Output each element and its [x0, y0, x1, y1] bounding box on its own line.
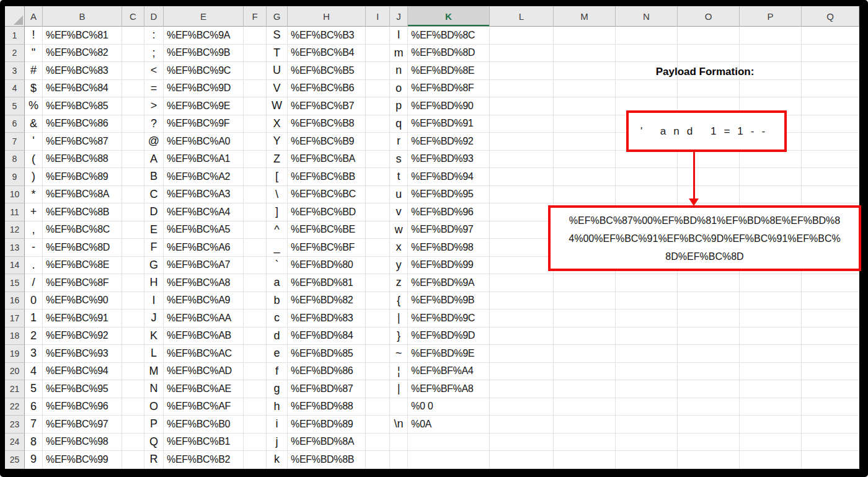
cell-D15[interactable]: H [144, 274, 164, 292]
cell-M21[interactable] [554, 380, 616, 398]
cell-G20[interactable]: f [267, 363, 288, 381]
column-header-P[interactable]: P [740, 6, 802, 27]
cell-M4[interactable] [554, 80, 616, 98]
cell-G22[interactable]: h [267, 398, 288, 416]
cell-C24[interactable] [122, 434, 144, 452]
row-header-2[interactable]: 2 [5, 45, 25, 63]
cell-L3[interactable] [490, 62, 554, 80]
cell-I16[interactable] [366, 292, 390, 310]
cell-L14[interactable] [490, 257, 554, 275]
cell-G11[interactable]: ] [267, 203, 288, 221]
cell-D12[interactable]: E [144, 221, 164, 239]
column-header-C[interactable]: C [122, 6, 144, 27]
cell-G12[interactable]: ^ [267, 221, 288, 239]
cell-P2[interactable] [740, 45, 802, 63]
cell-N9[interactable] [616, 168, 678, 186]
cell-C18[interactable] [122, 328, 144, 345]
cell-D25[interactable]: R [144, 451, 164, 469]
cell-D5[interactable]: > [144, 97, 164, 115]
cell-M9[interactable] [554, 168, 616, 186]
row-header-15[interactable]: 15 [5, 274, 25, 292]
cell-E3[interactable]: %EF%BC%9C [164, 62, 244, 80]
cell-C8[interactable] [122, 151, 144, 169]
cell-E16[interactable]: %EF%BC%A9 [164, 292, 244, 310]
cell-K15[interactable]: %EF%BD%9A [408, 274, 490, 292]
cell-P24[interactable] [740, 434, 802, 452]
column-header-H[interactable]: H [288, 6, 366, 27]
cell-P17[interactable] [740, 310, 802, 328]
cell-M25[interactable] [554, 451, 616, 469]
cell-A14[interactable]: . [25, 257, 43, 275]
cell-L12[interactable] [490, 221, 554, 239]
row-header-12[interactable]: 12 [5, 221, 25, 239]
cell-C1[interactable] [122, 27, 144, 45]
cell-I10[interactable] [366, 186, 390, 204]
cell-H23[interactable]: %EF%BD%89 [288, 416, 366, 434]
cell-P4[interactable] [740, 80, 802, 98]
cell-N16[interactable] [616, 292, 678, 310]
cell-D6[interactable]: ? [144, 115, 164, 133]
cell-I6[interactable] [366, 115, 390, 133]
cell-J19[interactable]: ~ [390, 345, 408, 363]
row-header-23[interactable]: 23 [5, 416, 25, 434]
cell-O23[interactable] [678, 416, 740, 434]
cell-K19[interactable]: %EF%BD%9E [408, 345, 490, 363]
cell-L7[interactable] [490, 133, 554, 151]
cell-K17[interactable]: %EF%BD%9C [408, 310, 490, 328]
cell-G14[interactable]: ` [267, 257, 288, 275]
cell-D23[interactable]: P [144, 416, 164, 434]
cell-L24[interactable] [490, 434, 554, 452]
column-header-I[interactable]: I [366, 6, 390, 27]
cell-B14[interactable]: %EF%BC%8E [43, 257, 122, 275]
cell-E4[interactable]: %EF%BC%9D [164, 80, 244, 98]
cell-I5[interactable] [366, 97, 390, 115]
row-header-10[interactable]: 10 [5, 186, 25, 204]
cell-N24[interactable] [616, 434, 678, 452]
cell-P16[interactable] [740, 292, 802, 310]
cell-A16[interactable]: 0 [25, 292, 43, 310]
cell-N1[interactable] [616, 27, 678, 45]
cell-C4[interactable] [122, 80, 144, 98]
cell-F9[interactable] [244, 168, 267, 186]
cell-B24[interactable]: %EF%BC%98 [43, 434, 122, 452]
cell-E18[interactable]: %EF%BC%AB [164, 328, 244, 345]
cell-G19[interactable]: e [267, 345, 288, 363]
cell-A13[interactable]: - [25, 239, 43, 257]
cell-B7[interactable]: %EF%BC%87 [43, 133, 122, 151]
cell-J25[interactable] [390, 451, 408, 469]
cell-A1[interactable]: ! [25, 27, 43, 45]
cell-M16[interactable] [554, 292, 616, 310]
cell-Q24[interactable] [802, 434, 859, 452]
cell-Q4[interactable] [802, 80, 859, 98]
cell-E17[interactable]: %EF%BC%AA [164, 310, 244, 328]
cell-C12[interactable] [122, 221, 144, 239]
cell-F20[interactable] [244, 363, 267, 381]
cell-N15[interactable] [616, 274, 678, 292]
cell-C3[interactable] [122, 62, 144, 80]
cell-L4[interactable] [490, 80, 554, 98]
cell-P23[interactable] [740, 416, 802, 434]
column-header-O[interactable]: O [678, 6, 740, 27]
cell-G25[interactable]: k [267, 451, 288, 469]
cell-E24[interactable]: %EF%BC%B1 [164, 434, 244, 452]
cell-H19[interactable]: %EF%BD%85 [288, 345, 366, 363]
cell-B1[interactable]: %EF%BC%81 [43, 27, 122, 45]
cell-N25[interactable] [616, 451, 678, 469]
row-header-7[interactable]: 7 [5, 133, 25, 151]
cell-E21[interactable]: %EF%BC%AE [164, 380, 244, 398]
cell-Q23[interactable] [802, 416, 859, 434]
column-header-E[interactable]: E [164, 6, 244, 27]
cell-F19[interactable] [244, 345, 267, 363]
cell-J24[interactable] [390, 434, 408, 452]
cell-F25[interactable] [244, 451, 267, 469]
cell-J18[interactable]: } [390, 328, 408, 345]
row-header-20[interactable]: 20 [5, 363, 25, 381]
cell-H1[interactable]: %EF%BC%B3 [288, 27, 366, 45]
cell-F18[interactable] [244, 328, 267, 345]
cell-G2[interactable]: T [267, 45, 288, 63]
row-header-25[interactable]: 25 [5, 451, 25, 469]
cell-O25[interactable] [678, 451, 740, 469]
cell-E23[interactable]: %EF%BC%B0 [164, 416, 244, 434]
cell-A20[interactable]: 4 [25, 363, 43, 381]
cell-J11[interactable]: v [390, 203, 408, 221]
